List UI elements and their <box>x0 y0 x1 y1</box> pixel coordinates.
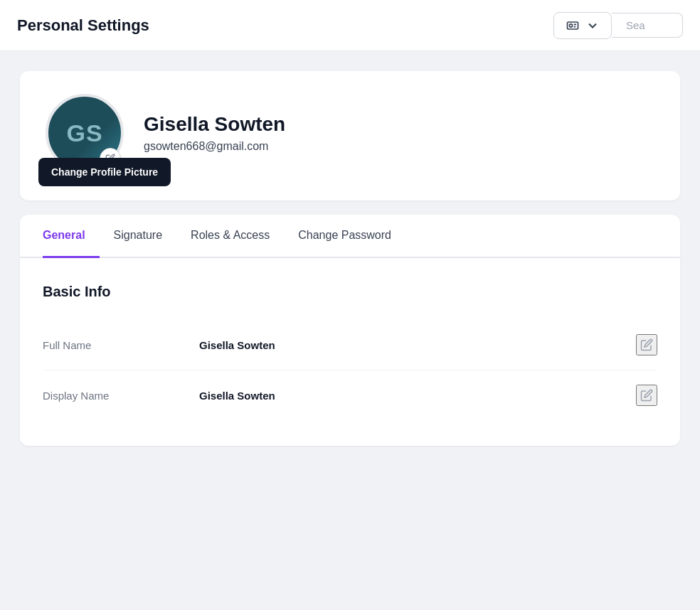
tab-general[interactable]: General <box>43 215 100 258</box>
search-placeholder: Sea <box>626 19 645 31</box>
page-title: Personal Settings <box>17 16 149 35</box>
display-name-label: Display Name <box>43 390 199 402</box>
profile-email: gsowten668@gmail.com <box>144 140 285 153</box>
profile-info: Gisella Sowten gsowten668@gmail.com <box>144 113 285 153</box>
edit-full-name-button[interactable] <box>636 334 657 355</box>
change-pic-label: Change Profile Picture <box>51 166 158 178</box>
basic-info-title: Basic Info <box>43 284 657 300</box>
main-content: GS Change Profile Picture Gisella Sowten… <box>0 51 700 610</box>
chevron-down-icon <box>585 18 600 33</box>
avatar-wrapper: GS Change Profile Picture <box>46 94 124 172</box>
profile-header: GS Change Profile Picture Gisella Sowten… <box>46 94 654 172</box>
full-name-row: Full Name Gisella Sowten <box>43 320 657 370</box>
search-box: Sea <box>612 13 683 38</box>
header: Personal Settings Sea <box>0 0 700 51</box>
tab-content-general: Basic Info Full Name Gisella Sowten Disp… <box>20 258 680 446</box>
tab-change-password[interactable]: Change Password <box>284 215 405 258</box>
tab-signature[interactable]: Signature <box>100 215 177 258</box>
edit-display-name-button[interactable] <box>636 385 657 406</box>
tab-roles-access[interactable]: Roles & Access <box>176 215 284 258</box>
display-name-row: Display Name Gisella Sowten <box>43 370 657 420</box>
header-actions: Sea <box>553 12 683 39</box>
change-profile-picture-tooltip[interactable]: Change Profile Picture <box>38 158 171 186</box>
user-menu-button[interactable] <box>553 12 612 39</box>
pencil-icon <box>640 389 653 402</box>
tabs-bar: General Signature Roles & Access Change … <box>20 215 680 258</box>
display-name-value: Gisella Sowten <box>199 390 636 402</box>
user-icon <box>566 18 580 33</box>
profile-name: Gisella Sowten <box>144 113 285 136</box>
svg-point-1 <box>569 23 572 26</box>
full-name-label: Full Name <box>43 339 199 351</box>
pencil-icon <box>640 338 653 351</box>
full-name-value: Gisella Sowten <box>199 339 636 351</box>
avatar-initials: GS <box>66 119 102 147</box>
tabs-card: General Signature Roles & Access Change … <box>20 215 680 446</box>
profile-card: GS Change Profile Picture Gisella Sowten… <box>20 71 680 200</box>
